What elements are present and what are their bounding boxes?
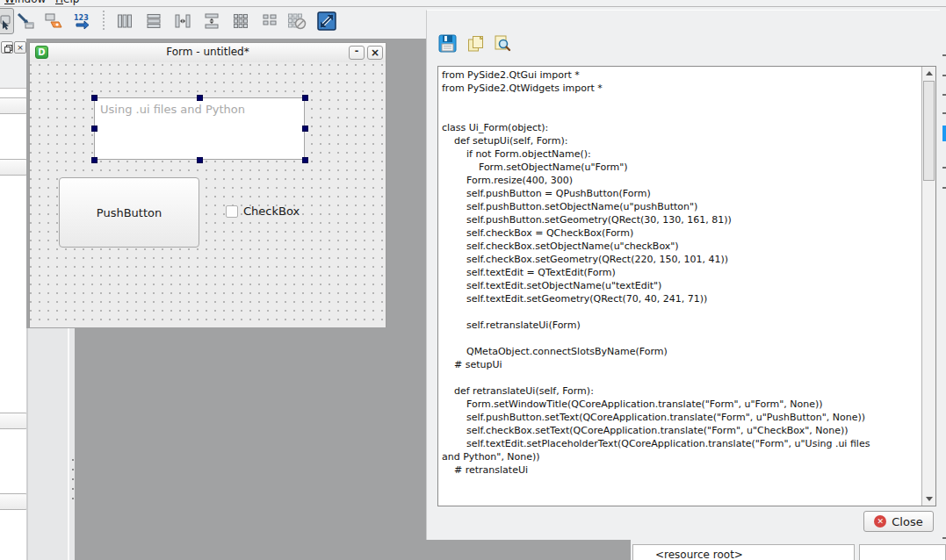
menu-help-mnemonic: H [55,0,63,5]
pushbutton-label: PushButton [97,206,162,219]
view-python-code-dialog: from PySide2.QtGui import * from PySide2… [426,10,940,540]
edit-signals-slots-icon [16,11,35,31]
python-code-text: from PySide2.QtGui import * from PySide2… [438,67,935,478]
scrollbar-thumb[interactable] [923,81,935,181]
form-window-title: Form - untitled* [30,46,386,58]
menu-help[interactable]: Help [55,0,79,5]
resource-tree[interactable]: <resource root> [632,544,855,560]
edit-signals-slots-button[interactable] [13,8,38,34]
resource-preview-pane [859,544,946,560]
copy-button[interactable] [466,33,487,54]
selection-handle-bottom-center[interactable] [197,157,203,163]
checkbox-label: CheckBox [243,205,300,218]
menu-help-rest: elp [63,0,79,5]
scroll-down-button[interactable] [922,492,935,506]
layout-form-button[interactable] [257,8,282,34]
svg-text:123: 123 [74,14,89,22]
edit-widgets-icon [0,11,11,31]
textedit-widget[interactable]: Using .ui files and Python [94,97,305,160]
layout-form-icon [260,11,279,31]
break-layout-icon [286,11,307,31]
form-editor-window: D Form - untitled* - × Using .ui files a… [29,42,386,327]
layout-vertical-splitter-button[interactable] [199,8,224,34]
edit-buddies-button[interactable] [41,8,66,34]
edit-widgets-button[interactable] [0,8,14,34]
selection-handle-top-right[interactable] [302,95,308,101]
menubar: Window Help [0,0,946,7]
toolbar-separator [103,11,105,30]
form-close-button[interactable]: × [367,46,383,60]
save-icon [437,33,459,54]
code-view[interactable]: from PySide2.QtGui import * from PySide2… [437,66,936,506]
widget-category-item[interactable] [0,413,28,429]
widget-category-item[interactable] [0,493,28,510]
layout-grid-icon [231,11,250,31]
float-icon [4,45,11,51]
selection-handle-top-left[interactable] [91,95,97,101]
dock-float-button[interactable] [1,41,13,54]
close-icon: × [371,47,379,59]
close-icon: ✕ [874,515,886,528]
widget-box-list [0,88,26,328]
layout-vertical-splitter-icon [202,11,221,31]
edit-tab-order-icon: 123 [72,11,91,31]
selection-handle-mid-right[interactable] [302,126,308,132]
layout-vertical-icon [144,11,163,31]
menu-window-mnemonic: W [4,0,15,5]
selection-handle-mid-left[interactable] [91,126,97,132]
find-icon [492,33,513,54]
resource-root-item[interactable]: <resource root> [655,549,743,560]
dock-close-button[interactable]: × [14,41,26,54]
menu-window-rest: indow [15,0,47,5]
selected-item-fragment [942,126,946,141]
adjust-size-icon [316,11,337,32]
arrow-up-icon [926,71,933,75]
layout-grid-button[interactable] [228,8,253,34]
qt-designer-screen: Window Help 123 [0,0,946,560]
menu-window[interactable]: Window [4,0,46,5]
selection-handle-bottom-right[interactable] [302,157,308,163]
minimize-icon: - [355,45,359,56]
edit-tab-order-button[interactable]: 123 [69,8,94,34]
right-panel-sliver [940,10,946,540]
layout-horizontal-splitter-button[interactable] [170,8,195,34]
close-dialog-button[interactable]: ✕ Close [863,511,934,532]
close-icon: × [17,43,24,52]
save-button[interactable] [437,33,459,54]
form-titlebar[interactable]: D Form - untitled* - × [30,43,386,63]
textedit-placeholder: Using .ui files and Python [100,103,245,116]
scroll-up-button[interactable] [922,67,935,80]
widget-box-panel: × [0,39,26,328]
widget-category-item[interactable] [0,97,26,114]
pushbutton-widget[interactable]: PushButton [59,177,199,248]
selection-handle-top-center[interactable] [197,95,203,101]
checkbox-widget[interactable] [226,205,238,218]
layout-horizontal-button[interactable] [112,8,137,34]
widget-category-item[interactable] [0,159,26,176]
resource-browser-panel: <resource root> [631,537,946,560]
layout-vertical-button[interactable] [141,8,166,34]
selection-handle-bottom-left[interactable] [91,157,97,163]
widget-box-panel-lower [0,328,75,560]
close-button-label: Close [892,515,922,528]
adjust-size-button[interactable] [313,8,341,34]
copy-icon [466,33,487,54]
layout-horizontal-icon [115,11,134,31]
find-button[interactable] [492,33,513,54]
dock-edge [26,328,28,560]
edit-buddies-icon [44,11,63,31]
break-layout-button[interactable] [283,8,311,34]
widget-box-list-lower [0,328,26,560]
code-scrollbar[interactable] [921,67,935,506]
form-canvas[interactable]: Using .ui files and Python PushButton Ch… [30,62,386,327]
layout-horizontal-splitter-icon [173,11,192,31]
form-minimize-button[interactable]: - [349,46,365,60]
arrow-down-icon [926,497,933,501]
splitter-highlight[interactable] [68,328,69,560]
